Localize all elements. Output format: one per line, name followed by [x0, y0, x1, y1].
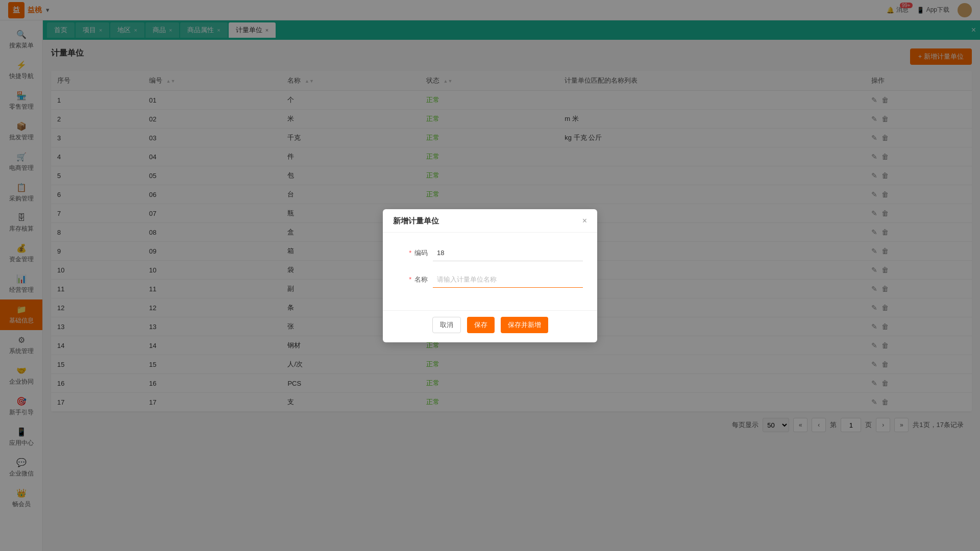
form-row-name: * 名称: [397, 271, 583, 288]
modal-footer: 取消 保存 保存并新增: [383, 310, 597, 342]
required-mark-code: *: [409, 249, 411, 257]
modal-save-new-button[interactable]: 保存并新增: [501, 317, 548, 333]
form-code-label: * 编码: [397, 248, 428, 258]
modal-overlay[interactable]: 新增计量单位 × * 编码 * 名称 取消 保存 保存并新增: [0, 0, 980, 551]
form-name-label: * 名称: [397, 275, 428, 284]
modal-code-input[interactable]: [433, 245, 583, 261]
modal-cancel-button[interactable]: 取消: [432, 317, 461, 333]
modal-save-button[interactable]: 保存: [467, 317, 495, 333]
modal-title: 新增计量单位: [393, 216, 439, 226]
modal-header: 新增计量单位 ×: [383, 209, 597, 233]
required-mark-name: *: [409, 276, 411, 283]
form-row-code: * 编码: [397, 245, 583, 261]
add-unit-modal: 新增计量单位 × * 编码 * 名称 取消 保存 保存并新增: [383, 209, 597, 342]
modal-body: * 编码 * 名称: [383, 233, 597, 310]
modal-close-icon[interactable]: ×: [582, 216, 587, 226]
modal-name-input[interactable]: [433, 271, 583, 288]
